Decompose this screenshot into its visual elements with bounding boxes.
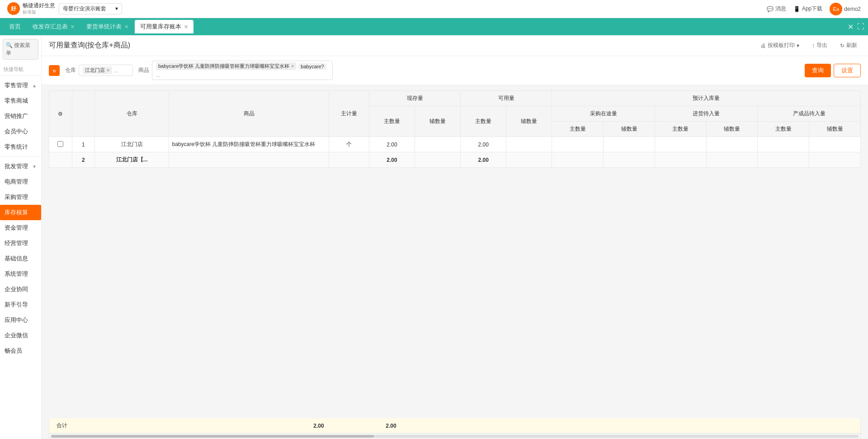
tab-bar-right: ✕ ⛶ — [848, 23, 864, 31]
horizontal-scrollbar[interactable] — [49, 434, 861, 439]
user-name: demo2 — [844, 6, 861, 12]
sidebar-item-member-center[interactable]: 会员中心 — [0, 124, 41, 139]
th-settings[interactable]: ⚙ — [49, 91, 72, 137]
tab-bar: 首页 收发存汇总表 ✕ 要货单统计表 ✕ 可用量库存账本 ✕ ✕ ⛶ — [0, 18, 868, 35]
sidebar-item-retail-mall[interactable]: 零售商城 — [0, 93, 41, 109]
th-product: 商品 — [169, 91, 329, 137]
td-warehouse: 江北门店 — [95, 137, 169, 152]
tab-receipt-summary-close[interactable]: ✕ — [71, 24, 75, 30]
sidebar-item-enterprise-collab[interactable]: 企业协同 — [0, 282, 41, 297]
td-production-main — [758, 137, 809, 152]
sidebar-item-new-guide[interactable]: 新手引导 — [0, 297, 41, 312]
scrollbar-thumb[interactable] — [51, 435, 374, 438]
tab-order-stats-label: 要货单统计表 — [86, 23, 122, 31]
message-btn[interactable]: 💬 消息 — [767, 5, 786, 13]
th-inbound-aux: 辅数量 — [706, 122, 758, 137]
sidebar-item-retail-mall-label: 零售商城 — [5, 97, 28, 105]
warehouse-ellipsis[interactable]: ... — [114, 67, 118, 74]
chevron-down-icon-print: ▾ — [797, 42, 799, 49]
sidebar-item-marketing[interactable]: 营销推广 — [0, 109, 41, 124]
td-production-aux — [809, 137, 861, 152]
footer-label: 合计 — [57, 422, 301, 430]
tab-available-inventory-close[interactable]: ✕ — [184, 24, 188, 30]
export-btn[interactable]: ↑ 导出 — [808, 40, 831, 51]
close-all-icon[interactable]: ✕ — [848, 23, 854, 31]
td-current-aux — [415, 137, 461, 152]
app-download-btn[interactable]: 📱 App下载 — [793, 5, 822, 13]
table-area: ⚙ 仓库 商品 主计量 现存量 可用量 预计入库量 主数量 辅数量 — [42, 85, 868, 418]
query-btn[interactable]: 查询 — [805, 64, 831, 77]
message-icon: 💬 — [767, 6, 774, 12]
sidebar-item-finance-mgmt-label: 资金管理 — [5, 224, 28, 232]
sidebar-item-inventory-check[interactable]: 库存核算 — [0, 205, 41, 220]
td-available-aux — [506, 137, 552, 152]
search-menu-btn[interactable]: 🔍 搜索菜单 — [3, 39, 38, 60]
refresh-icon: ↻ — [840, 42, 844, 49]
sidebar-item-retail-stats[interactable]: 零售统计 — [0, 139, 41, 155]
th-available-main: 主数量 — [461, 106, 506, 137]
td-production-aux-2 — [809, 152, 861, 168]
user-area[interactable]: Ea demo2 — [830, 3, 861, 15]
sidebar-item-ecommerce-mgmt[interactable]: 电商管理 — [0, 174, 41, 189]
th-warehouse: 仓库 — [95, 91, 169, 137]
sidebar-item-finance-mgmt[interactable]: 资金管理 — [0, 220, 41, 236]
th-available-qty: 可用量 — [461, 91, 552, 106]
sidebar: 🔍 搜索菜单 快捷导航 零售管理 ▲ 零售商城 营销推广 会员中心 零售统计 批… — [0, 35, 42, 439]
export-icon: ↑ — [812, 42, 815, 49]
th-current-main: 主数量 — [369, 106, 415, 137]
settings-btn[interactable]: 设置 — [834, 64, 861, 77]
td-checkbox[interactable] — [49, 137, 72, 152]
td-purchase-main — [552, 137, 604, 152]
product-tag-0: babycare学饮杯 儿童防摔防撞吸管杯重力球吸嘴杯宝宝水杯 ✕ — [156, 62, 297, 70]
td-current-main-2: 2.00 — [369, 152, 415, 168]
maximize-icon[interactable]: ⛶ — [857, 23, 864, 31]
sidebar-item-app-center[interactable]: 应用中心 — [0, 312, 41, 328]
row-checkbox[interactable] — [57, 141, 63, 147]
sidebar-item-basic-info[interactable]: 基础信息 — [0, 251, 41, 266]
settings-icon[interactable]: ⚙ — [58, 111, 63, 117]
chevron-down-icon: ▾ — [115, 5, 118, 12]
industry-selector[interactable]: 母婴行业演示账套 ▾ — [59, 3, 122, 14]
template-print-btn[interactable]: 🖨 按模板打印 ▾ — [757, 40, 803, 51]
logo-icon: 好 — [7, 2, 20, 15]
tab-order-stats[interactable]: 要货单统计表 ✕ — [81, 20, 134, 33]
refresh-btn[interactable]: ↻ 刷新 — [836, 40, 861, 51]
td-index: 1 — [72, 137, 95, 152]
product-tag-0-close[interactable]: ✕ — [291, 64, 294, 69]
table-footer: 合计 2.00 2.00 — [49, 418, 861, 434]
warehouse-tag-0-close[interactable]: ✕ — [106, 68, 110, 73]
sidebar-item-retail-mgmt[interactable]: 零售管理 ▲ — [0, 78, 41, 93]
th-available-aux: 辅数量 — [506, 106, 552, 137]
td-checkbox-2 — [49, 152, 72, 168]
sidebar-item-ops-mgmt[interactable]: 经营管理 — [0, 236, 41, 251]
warehouse-filter-group: 仓库 江北门店 ✕ ... — [65, 65, 133, 76]
sidebar-item-sys-mgmt-label: 系统管理 — [5, 270, 28, 278]
sidebar-item-enterprise-collab-label: 企业协同 — [5, 285, 28, 293]
product-tag-1-label: babycare? — [301, 64, 324, 69]
th-expected-inbound: 预计入库量 — [552, 91, 861, 106]
sidebar-item-wholesale-mgmt[interactable]: 批发管理 ▼ — [0, 159, 41, 174]
tab-home-label: 首页 — [9, 23, 21, 31]
app-download-label: App下载 — [802, 5, 822, 13]
td-inbound-aux-2 — [706, 152, 758, 168]
table-row: 1 江北门店 babycare学饮杯 儿童防摔防撞吸管杯重力球吸嘴杯宝宝水杯 个… — [49, 137, 861, 152]
product-ellipsis[interactable]: ... — [156, 72, 160, 78]
product-filter-input[interactable]: babycare学饮杯 儿童防摔防撞吸管杯重力球吸嘴杯宝宝水杯 ✕ babyca… — [152, 61, 333, 80]
sidebar-divider-1 — [0, 76, 41, 76]
sidebar-item-sys-mgmt[interactable]: 系统管理 — [0, 266, 41, 282]
logo-text-block: 畅捷通好生意 标准版 — [23, 2, 55, 15]
tab-available-inventory[interactable]: 可用量库存账本 ✕ — [135, 20, 193, 33]
logo-subtitle: 标准版 — [23, 9, 55, 15]
template-print-label: 按模板打印 — [768, 42, 795, 49]
tab-receipt-summary[interactable]: 收发存汇总表 ✕ — [27, 20, 80, 33]
sidebar-item-enterprise-wechat[interactable]: 企业微信 — [0, 328, 41, 343]
warehouse-filter-input[interactable]: 江北门店 ✕ ... — [79, 65, 133, 76]
sidebar-item-marketing-label: 营销推广 — [5, 112, 28, 120]
tab-order-stats-close[interactable]: ✕ — [124, 24, 128, 30]
td-inbound-main — [655, 137, 706, 152]
filter-expand-btn[interactable]: » — [49, 65, 60, 76]
sidebar-item-purchase-mgmt[interactable]: 采购管理 — [0, 189, 41, 205]
tab-home[interactable]: 首页 — [4, 20, 26, 33]
sidebar-item-vip-member[interactable]: 畅会员 — [0, 343, 41, 359]
refresh-label: 刷新 — [846, 42, 857, 49]
